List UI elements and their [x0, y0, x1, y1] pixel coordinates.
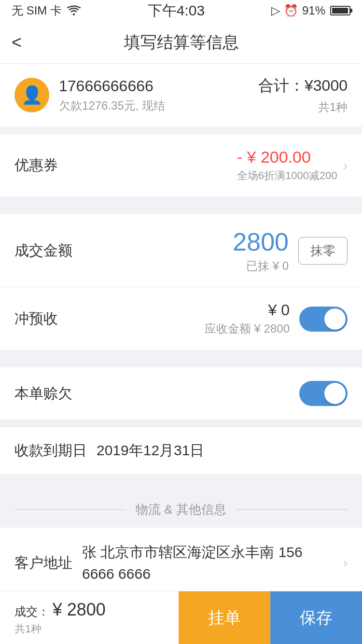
customer-total: 合计：¥3000 共1种: [258, 75, 348, 115]
deal-amount-label: 成交金额: [14, 241, 72, 261]
clock-icon: ⏰: [284, 4, 298, 17]
divider-line-left: [14, 509, 126, 510]
status-left: 无 SIM 卡: [12, 3, 81, 18]
pre-receive-toggle[interactable]: [299, 307, 348, 332]
coupon-label: 优惠券: [14, 155, 58, 175]
nav-bar: < 填写结算等信息: [0, 21, 362, 64]
back-button[interactable]: <: [12, 28, 31, 57]
wifi-icon: [67, 5, 81, 16]
address-chevron-icon: ›: [343, 555, 348, 571]
pre-receive-info: ¥ 0 应收金额 ¥ 2800: [205, 301, 290, 336]
debt-row: 本单赊欠: [0, 367, 362, 420]
debt-label: 本单赊欠: [14, 384, 72, 404]
pre-receive-row: 冲预收 ¥ 0 应收金额 ¥ 2800: [0, 288, 362, 350]
coupon-chevron-icon: ›: [343, 158, 348, 173]
status-right: ▷ ⏰ 91%: [271, 4, 350, 17]
status-bar: 无 SIM 卡 下午4:03 ▷ ⏰ 91%: [0, 0, 362, 21]
due-date-row: 收款到期日 2019年12月31日: [0, 427, 362, 474]
address-row[interactable]: 客户地址 张 北京市市辖区海淀区永丰南 156 6666 6666 ›: [0, 528, 362, 598]
page-title: 填写结算等信息: [31, 31, 331, 54]
address-value: 张 北京市市辖区海淀区永丰南 156 6666 6666: [82, 541, 338, 585]
pre-receive-label: 冲预收: [14, 309, 58, 329]
coupon-description: 全场6折满1000减200: [237, 168, 337, 183]
deal-amount-value: 2800: [233, 227, 289, 256]
debt-section: 本单赊欠: [0, 367, 362, 420]
gray-divider-3: [0, 482, 362, 491]
save-button[interactable]: 保存: [270, 591, 362, 644]
deal-amount-row: 成交金额 2800 已抹 ¥ 0 抹零: [0, 214, 362, 288]
due-date-value: 2019年12月31日: [97, 441, 204, 461]
battery-icon: [330, 6, 350, 15]
bottom-count: 共1种: [14, 622, 164, 636]
round-zero-button[interactable]: 抹零: [298, 237, 348, 265]
deal-amount-sub: 已抹 ¥ 0: [246, 258, 289, 274]
customer-card: 👤 17666666666 欠款1276.35元, 现结 合计：¥3000 共1…: [0, 64, 362, 126]
pre-receive-sub: 应收金额 ¥ 2800: [205, 321, 290, 336]
hold-button[interactable]: 挂单: [179, 591, 270, 644]
deal-amount-section: 成交金额 2800 已抹 ¥ 0 抹零 冲预收 ¥ 0 应收金额 ¥ 2800: [0, 214, 362, 350]
bottom-deal-row: 成交： ¥ 2800: [14, 600, 164, 620]
svg-point-0: [73, 14, 75, 15]
customer-phone: 17666666666: [59, 77, 258, 95]
carrier-text: 无 SIM 卡: [12, 3, 62, 18]
bottom-deal-label: 成交：: [14, 605, 49, 618]
avatar: 👤: [14, 78, 49, 112]
debt-toggle-knob: [324, 383, 346, 404]
address-label: 客户地址: [14, 553, 72, 573]
customer-info: 17666666666 欠款1276.35元, 现结: [59, 77, 258, 113]
bottom-deal-amount: ¥ 2800: [53, 600, 106, 619]
due-date-label: 收款到期日: [14, 441, 87, 461]
deal-amount-col: 2800 已抹 ¥ 0: [233, 227, 289, 274]
bottom-summary: 成交： ¥ 2800 共1种: [0, 600, 179, 636]
bottom-bar: 成交： ¥ 2800 共1种 挂单 保存: [0, 591, 362, 644]
total-amount: 合计：¥3000: [258, 75, 348, 97]
pre-receive-right: ¥ 0 应收金额 ¥ 2800: [205, 301, 348, 336]
pre-receive-toggle-knob: [324, 308, 346, 330]
total-count: 共1种: [258, 99, 348, 115]
main-content: 👤 17666666666 欠款1276.35元, 现结 合计：¥3000 共1…: [0, 64, 362, 644]
coupon-row[interactable]: 优惠券 - ¥ 200.00 全场6折满1000减200 ›: [0, 134, 362, 196]
battery-percent: 91%: [302, 4, 325, 17]
divider-line-right: [236, 509, 348, 510]
status-time: 下午4:03: [148, 1, 205, 21]
gray-divider-1: [0, 204, 362, 214]
logistics-text: 物流 & 其他信息: [136, 501, 226, 518]
pre-receive-amount: ¥ 0: [205, 301, 290, 319]
coupon-right: - ¥ 200.00 全场6折满1000减200 ›: [237, 148, 348, 183]
location-icon: ▷: [271, 4, 280, 17]
debt-toggle[interactable]: [299, 381, 348, 406]
deal-amount-right: 2800 已抹 ¥ 0 抹零: [233, 227, 348, 274]
avatar-icon: 👤: [21, 85, 43, 105]
customer-debt: 欠款1276.35元, 现结: [59, 98, 258, 113]
coupon-discount: - ¥ 200.00: [237, 148, 337, 167]
gray-divider-2: [0, 358, 362, 367]
logistics-divider: 物流 & 其他信息: [0, 491, 362, 528]
